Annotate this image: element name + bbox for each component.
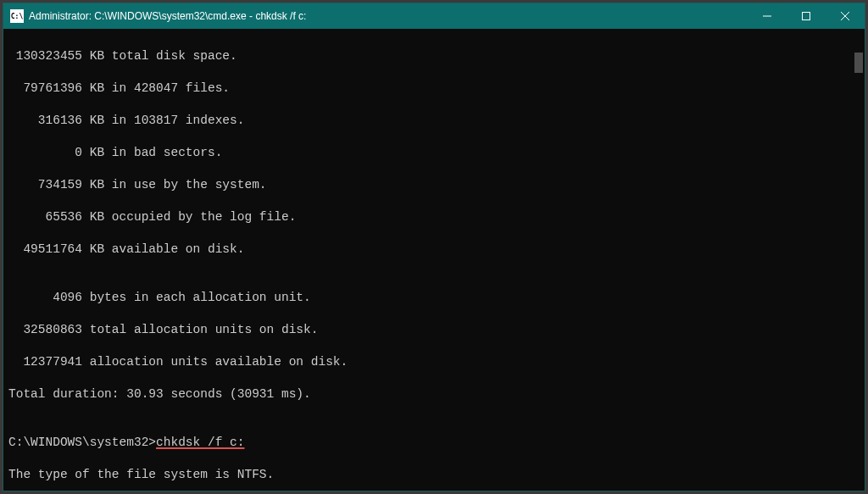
output-line: 49511764 KB available on disk. bbox=[8, 241, 860, 258]
prompt-path: C:\WINDOWS\system32> bbox=[8, 436, 156, 449]
cmd-window: C:\ Administrator: C:\WINDOWS\system32\c… bbox=[3, 3, 865, 491]
cmd-icon: C:\ bbox=[10, 9, 24, 23]
output-line: 130323455 KB total disk space. bbox=[8, 48, 860, 64]
typed-command: chkdsk /f c: bbox=[156, 436, 244, 449]
scrollbar-track[interactable] bbox=[853, 29, 865, 491]
window-controls bbox=[748, 3, 865, 29]
close-button[interactable] bbox=[826, 3, 865, 29]
output-line: 79761396 KB in 428047 files. bbox=[8, 80, 860, 97]
svg-rect-0 bbox=[803, 13, 810, 20]
minimize-button[interactable] bbox=[748, 3, 787, 29]
output-line: The type of the file system is NTFS. bbox=[8, 467, 860, 483]
output-line: 734159 KB in use by the system. bbox=[8, 177, 860, 193]
output-line: 0 KB in bad sectors. bbox=[8, 145, 860, 161]
terminal-output[interactable]: 130323455 KB total disk space. 79761396 … bbox=[3, 29, 865, 491]
output-line: 316136 KB in 103817 indexes. bbox=[8, 113, 860, 129]
titlebar[interactable]: C:\ Administrator: C:\WINDOWS\system32\c… bbox=[3, 3, 865, 29]
output-line: Total duration: 30.93 seconds (30931 ms)… bbox=[8, 386, 860, 402]
output-line: 4096 bytes in each allocation unit. bbox=[8, 290, 860, 306]
prompt-line: C:\WINDOWS\system32>chkdsk /f c: bbox=[8, 435, 860, 451]
output-line: 65536 KB occupied by the log file. bbox=[8, 209, 860, 225]
scrollbar-thumb[interactable] bbox=[854, 53, 863, 73]
output-line: 32580863 total allocation units on disk. bbox=[8, 322, 860, 338]
output-line: 12377941 allocation units available on d… bbox=[8, 354, 860, 370]
window-title: Administrator: C:\WINDOWS\system32\cmd.e… bbox=[29, 10, 748, 22]
maximize-button[interactable] bbox=[787, 3, 826, 29]
